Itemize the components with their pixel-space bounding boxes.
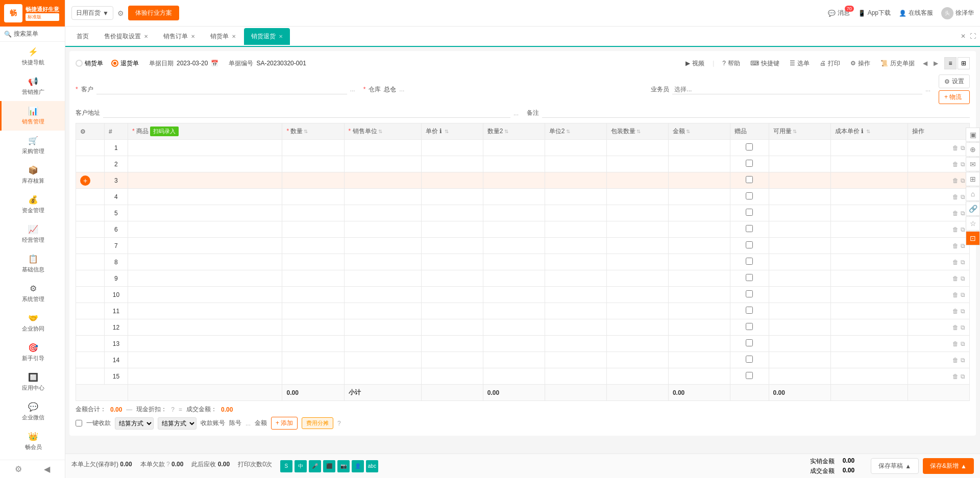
customer-dots[interactable]: ... — [350, 86, 355, 93]
fee-split-btn[interactable]: 费用分摊 — [302, 417, 333, 429]
cost-price-cell[interactable] — [830, 189, 908, 205]
sidebar-item-quick-nav[interactable]: ⚡ 快捷导航 — [0, 42, 65, 71]
close-all-icon[interactable]: ✕ — [961, 33, 966, 40]
price-cell[interactable] — [421, 172, 483, 189]
available-cell[interactable] — [769, 156, 830, 172]
tab-home[interactable]: 首页 — [69, 28, 96, 45]
video-btn[interactable]: ▶ 视频 — [683, 58, 706, 69]
product-cell[interactable] — [128, 270, 282, 287]
available-cell[interactable] — [769, 368, 830, 385]
amount-cell[interactable] — [668, 189, 730, 205]
qty-cell[interactable] — [282, 156, 344, 172]
qty2-cell[interactable] — [483, 156, 545, 172]
amount-cell[interactable] — [668, 287, 730, 303]
qty-cell[interactable] — [282, 172, 344, 189]
sidebar-item-marketing[interactable]: 📢 营销推广 — [0, 71, 65, 101]
col-settings[interactable]: ⚙ — [76, 123, 105, 140]
qty-cell[interactable] — [282, 303, 344, 319]
ime-icon-cam[interactable]: 📷 — [337, 460, 350, 472]
price-cell[interactable] — [421, 254, 483, 270]
unit2-cell[interactable] — [545, 156, 606, 172]
cost-price-cell[interactable] — [830, 254, 908, 270]
cost-price-cell[interactable] — [830, 303, 908, 319]
gift-checkbox[interactable] — [746, 274, 753, 281]
list-view-btn[interactable]: ≡ — [944, 57, 957, 69]
price-cell[interactable] — [421, 205, 483, 221]
available-cell[interactable] — [769, 189, 830, 205]
qty-cell[interactable] — [282, 352, 344, 368]
qty2-cell[interactable] — [483, 205, 545, 221]
price-cell[interactable] — [421, 319, 483, 336]
unit2-cell[interactable] — [545, 352, 606, 368]
address-input[interactable] — [103, 108, 510, 118]
sidebar-item-inventory[interactable]: 📦 库存核算 — [0, 160, 65, 190]
delete-row-icon[interactable]: 🗑 — [952, 259, 959, 266]
operate-btn[interactable]: ⚙ 操作 — [848, 58, 872, 69]
delete-row-icon[interactable]: 🗑 — [952, 340, 959, 347]
amount-cell[interactable] — [668, 221, 730, 238]
scan-btn[interactable]: 扫码录入 — [150, 127, 179, 136]
amount-cell[interactable] — [668, 319, 730, 336]
unit2-cell[interactable] — [545, 254, 606, 270]
pack-qty-cell[interactable] — [606, 189, 668, 205]
available-cell[interactable] — [769, 205, 830, 221]
delete-row-icon[interactable]: 🗑 — [952, 144, 959, 152]
delete-row-icon[interactable]: 🗑 — [952, 177, 959, 184]
pack-qty-cell[interactable] — [606, 336, 668, 352]
price-cell[interactable] — [421, 336, 483, 352]
cost-price-cell[interactable] — [830, 287, 908, 303]
product-cell[interactable] — [128, 319, 282, 336]
delete-row-icon[interactable]: 🗑 — [952, 291, 959, 298]
ime-icon-zh[interactable]: 中 — [295, 460, 307, 472]
qty2-cell[interactable] — [483, 254, 545, 270]
ime-icon-user[interactable]: 👤 — [352, 460, 364, 472]
float-btn-6[interactable]: 🔗 — [966, 202, 980, 216]
qty2-cell[interactable] — [483, 221, 545, 238]
ime-icon-abc[interactable]: abc — [366, 460, 378, 472]
save-new-btn[interactable]: 保存&新增 ▲ — [923, 458, 974, 474]
unit2-cell[interactable] — [545, 368, 606, 385]
ime-icon-scan2[interactable]: ⬛ — [323, 460, 335, 472]
sidebar-item-enterprise[interactable]: 🤝 企业协同 — [0, 308, 65, 338]
pack-qty-cell[interactable] — [606, 368, 668, 385]
pack-qty-cell[interactable] — [606, 205, 668, 221]
print-btn[interactable]: 🖨 打印 — [818, 58, 842, 69]
unit-cell[interactable] — [344, 352, 421, 368]
unit-cell[interactable] — [344, 254, 421, 270]
unit2-cell[interactable] — [545, 287, 606, 303]
product-cell[interactable] — [128, 238, 282, 254]
price-cell[interactable] — [421, 368, 483, 385]
amount-cell[interactable] — [668, 352, 730, 368]
unit-cell[interactable] — [344, 140, 421, 156]
qty2-cell[interactable] — [483, 287, 545, 303]
available-cell[interactable] — [769, 238, 830, 254]
delete-row-icon[interactable]: 🗑 — [952, 275, 959, 282]
gift-checkbox[interactable] — [746, 339, 753, 346]
qty-cell[interactable] — [282, 205, 344, 221]
float-btn-7[interactable]: ☆ — [966, 216, 980, 231]
pack-qty-cell[interactable] — [606, 140, 668, 156]
unit-cell[interactable] — [344, 270, 421, 287]
qty2-cell[interactable] — [483, 303, 545, 319]
available-cell[interactable] — [769, 287, 830, 303]
cost-price-cell[interactable] — [830, 270, 908, 287]
account-dots[interactable]: ... — [246, 420, 251, 427]
copy-row-icon[interactable]: ⧉ — [961, 144, 965, 152]
calendar-icon[interactable]: 📅 — [211, 60, 218, 67]
unit-cell[interactable] — [344, 238, 421, 254]
available-cell[interactable] — [769, 303, 830, 319]
product-cell[interactable] — [128, 368, 282, 385]
qty-cell[interactable] — [282, 270, 344, 287]
one-click-collect-checkbox[interactable] — [76, 420, 82, 426]
copy-row-icon[interactable]: ⧉ — [961, 357, 965, 364]
available-cell[interactable] — [769, 270, 830, 287]
sidebar-item-purchase-mgmt[interactable]: 🛒 采购管理 — [0, 131, 65, 160]
delete-row-icon[interactable]: 🗑 — [952, 373, 959, 380]
cost-price-cell[interactable] — [830, 140, 908, 156]
amount-cell[interactable] — [668, 336, 730, 352]
sidebar-item-operations[interactable]: 📈 经营管理 — [0, 219, 65, 249]
tab-close-sales-return[interactable]: ✕ — [279, 34, 283, 39]
price-cell[interactable] — [421, 352, 483, 368]
app-download-btn[interactable]: 📱 App下载 — [858, 9, 891, 17]
gift-checkbox[interactable] — [746, 192, 753, 199]
